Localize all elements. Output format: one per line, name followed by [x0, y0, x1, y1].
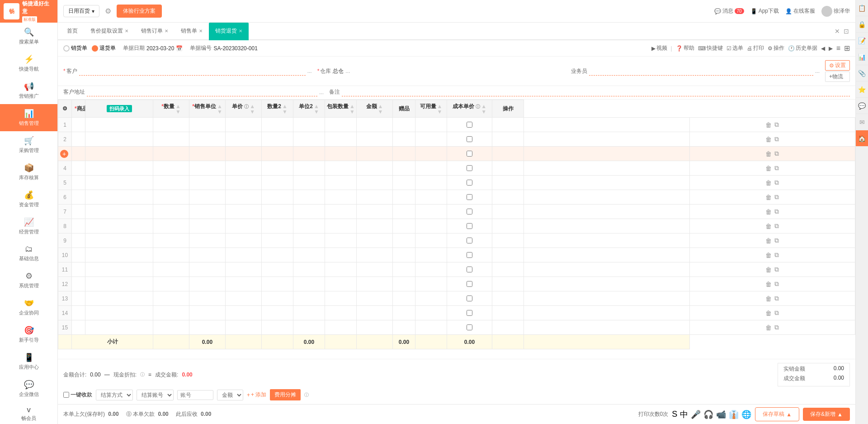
maximize-icon[interactable]: ⊡ [844, 28, 849, 35]
gift-checkbox[interactable] [467, 238, 472, 243]
tool-icon-7[interactable]: 🌐 [741, 410, 751, 419]
exp-plan-button[interactable]: 体验行业方案 [117, 5, 162, 18]
shortcut-btn[interactable]: ⌨ 快捷键 [698, 44, 723, 52]
sidebar-item-basic[interactable]: 🗂 基础信息 [0, 240, 57, 267]
amount-select[interactable]: 金额 [217, 390, 243, 400]
tab-close-icon[interactable]: ✕ [165, 29, 168, 33]
gift-checkbox[interactable] [467, 151, 472, 157]
copy-row-icon[interactable]: ⧉ [774, 309, 779, 317]
right-tool-6[interactable]: ⭐ [856, 81, 868, 98]
copy-row-icon[interactable]: ⧉ [774, 280, 779, 288]
scan-btn[interactable]: 扫码录入 [107, 105, 132, 112]
sidebar-item-shortcut[interactable]: ⚡ 快捷导航 [0, 50, 57, 77]
sidebar-item-newbie[interactable]: 🎯 新手引导 [0, 321, 57, 348]
copy-row-icon[interactable]: ⧉ [774, 208, 779, 215]
save-new-button[interactable]: 保存&新增 ▲ [803, 408, 850, 421]
gift-checkbox[interactable] [467, 122, 472, 128]
print-btn[interactable]: 🖨 打印 [747, 44, 764, 52]
right-tool-1[interactable]: 📋 [856, 0, 868, 16]
right-tool-4[interactable]: 📊 [856, 49, 868, 65]
tool-icon-1[interactable]: S [672, 410, 677, 419]
copy-row-icon[interactable]: ⧉ [774, 164, 779, 172]
account-number-input[interactable] [177, 390, 213, 400]
tab-sale-order[interactable]: 销售订单 ✕ [135, 23, 175, 40]
nav-next-icon[interactable]: ▶ [829, 45, 833, 52]
tab-close-icon[interactable]: ✕ [125, 29, 128, 33]
gift-checkbox[interactable] [467, 180, 472, 186]
copy-row-icon[interactable]: ⧉ [774, 150, 779, 157]
radio-sale-out[interactable]: 销货单 [63, 44, 87, 52]
address-dots[interactable]: ... [319, 89, 324, 95]
copy-row-icon[interactable]: ⧉ [774, 135, 779, 143]
right-tool-7[interactable]: 💬 [856, 98, 868, 114]
copy-row-icon[interactable]: ⧉ [774, 295, 779, 302]
help-btn[interactable]: ❓ 帮助 [676, 44, 694, 52]
delete-row-icon[interactable]: 🗑 [765, 281, 772, 288]
warehouse-dots[interactable]: ... [345, 68, 350, 74]
gift-checkbox[interactable] [467, 223, 472, 229]
tab-sale-settings[interactable]: 售价提取设置 ✕ [84, 23, 135, 40]
payment-check-input[interactable] [63, 392, 69, 398]
tool-icon-4[interactable]: 🎧 [703, 410, 713, 419]
close-all-icon[interactable]: ✕ [835, 28, 840, 35]
product-input-row3[interactable] [87, 150, 151, 158]
th-settings[interactable]: ⚙ [58, 100, 72, 118]
topbar-gear-icon[interactable]: ⚙ [103, 5, 113, 17]
sidebar-item-purchase[interactable]: 🛒 采购管理 [0, 131, 57, 158]
delete-row-icon[interactable]: 🗑 [765, 194, 772, 201]
payment-checkbox[interactable]: 一键收款 [63, 391, 92, 399]
delete-row-icon[interactable]: 🗑 [765, 208, 772, 215]
right-tool-9[interactable]: 🏠 [856, 130, 868, 147]
settlement-select[interactable]: 结算方式 [96, 390, 133, 400]
copy-row-icon[interactable]: ⧉ [774, 193, 779, 201]
delete-row-icon[interactable]: 🗑 [765, 150, 772, 157]
tab-sale-return[interactable]: 销货退货 ✕ [209, 23, 249, 40]
copy-row-icon[interactable]: ⧉ [774, 121, 779, 129]
view-list-icon[interactable]: ≡ [836, 44, 840, 52]
select-btn[interactable]: ☑ 选单 [726, 44, 743, 52]
operate-btn[interactable]: ⚙ 操作 [768, 44, 784, 52]
delete-row-icon[interactable]: 🗑 [765, 252, 772, 259]
history-btn[interactable]: 🕐 历史单据 [788, 44, 817, 52]
copy-row-icon[interactable]: ⧉ [774, 237, 779, 244]
tool-icon-5[interactable]: 📹 [716, 410, 726, 419]
save-draft-button[interactable]: 保存草稿 ▲ [755, 407, 799, 421]
logistics-button[interactable]: +物流 [825, 71, 850, 82]
salesperson-dots[interactable]: ... [815, 68, 820, 74]
sidebar-item-member[interactable]: V 畅会员 [0, 402, 57, 424]
sidebar-item-system[interactable]: ⚙ 系统管理 [0, 267, 57, 294]
right-tool-2[interactable]: 🔒 [856, 16, 868, 33]
copy-row-icon[interactable]: ⧉ [774, 222, 779, 230]
right-tool-8[interactable]: ✉ [856, 114, 868, 130]
app-download-item[interactable]: 📱 App下载 [750, 7, 779, 15]
calendar-icon[interactable]: 📅 [176, 45, 183, 52]
gift-checkbox[interactable] [467, 194, 472, 200]
delete-row-icon[interactable]: 🗑 [765, 121, 772, 129]
copy-row-icon[interactable]: ⧉ [774, 251, 779, 259]
th-scan[interactable]: 扫码录入 [85, 100, 153, 118]
gift-checkbox[interactable] [467, 209, 472, 214]
gift-checkbox[interactable] [467, 310, 472, 316]
copy-row-icon[interactable]: ⧉ [774, 179, 779, 186]
add-fee-button[interactable]: + + 添加 [247, 391, 266, 399]
delete-row-icon[interactable]: 🗑 [765, 324, 772, 331]
tool-icon-2[interactable]: 中 [680, 409, 688, 420]
view-grid-icon[interactable]: ⊞ [844, 44, 850, 52]
sidebar-item-sales[interactable]: 📊 销售管理 [0, 104, 57, 131]
sidebar-item-search[interactable]: 🔍 搜索菜单 [0, 23, 57, 50]
tab-sale-out[interactable]: 销售单 ✕ [175, 23, 209, 40]
settings-button[interactable]: ⚙ 设置 [825, 60, 850, 71]
delete-row-icon[interactable]: 🗑 [765, 136, 772, 143]
salesperson-input[interactable] [589, 67, 813, 76]
copy-row-icon[interactable]: ⧉ [774, 324, 779, 331]
right-tool-3[interactable]: 📝 [856, 33, 868, 49]
nav-prev-icon[interactable]: ◀ [821, 45, 825, 52]
delete-row-icon[interactable]: 🗑 [765, 179, 772, 186]
tab-home[interactable]: 首页 [61, 23, 84, 40]
sidebar-item-appstore[interactable]: 📱 应用中心 [0, 348, 57, 375]
gift-checkbox[interactable] [467, 252, 472, 258]
video-btn[interactable]: ▶ 视频 [651, 44, 667, 52]
user-info[interactable]: 徐泽华 [821, 6, 850, 17]
delete-row-icon[interactable]: 🗑 [765, 223, 772, 230]
industry-dropdown[interactable]: 日用百货 ▾ [63, 5, 99, 17]
